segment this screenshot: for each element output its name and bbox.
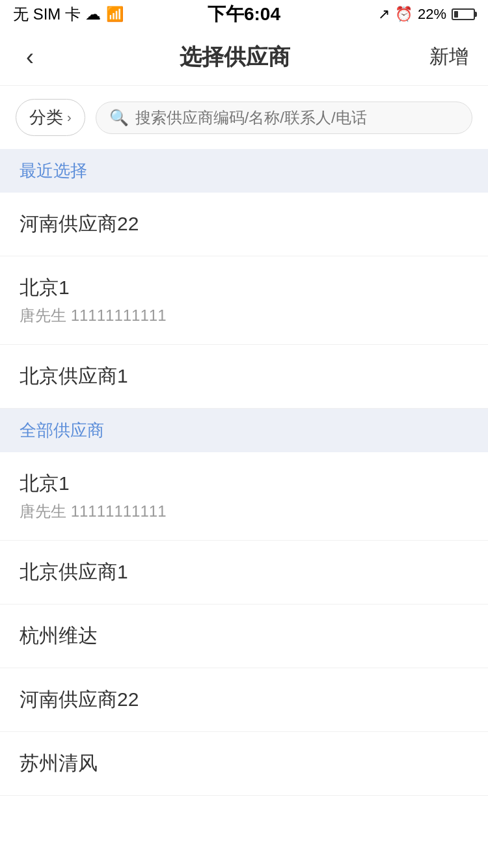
category-label: 分类 <box>29 106 63 129</box>
status-left: 无 SIM 卡 ☁ 📶 <box>13 4 124 25</box>
status-bar: 无 SIM 卡 ☁ 📶 下午6:04 ↗ ⏰ 22% <box>0 0 488 29</box>
search-icon: 🔍 <box>109 109 129 127</box>
new-button[interactable]: 新增 <box>429 44 468 70</box>
sim-status: 无 SIM 卡 ☁ <box>13 4 101 25</box>
recent-list: 河南供应商22北京1唐先生 11111111111北京供应商1 <box>0 193 488 409</box>
list-item[interactable]: 河南供应商22 <box>0 668 488 732</box>
all-list: 北京1唐先生 11111111111北京供应商1杭州维达河南供应商22苏州清风 <box>0 452 488 796</box>
list-item[interactable]: 杭州维达 <box>0 604 488 668</box>
status-right: ↗ ⏰ 22% <box>378 6 475 23</box>
item-name: 北京供应商1 <box>20 559 468 586</box>
location-icon: ↗ <box>378 6 390 23</box>
list-item[interactable]: 北京1唐先生 11111111111 <box>0 452 488 541</box>
item-sub: 唐先生 11111111111 <box>20 305 468 326</box>
item-name: 河南供应商22 <box>20 686 468 713</box>
list-item[interactable]: 北京供应商1 <box>0 541 488 604</box>
list-item[interactable]: 苏州清风 <box>0 732 488 796</box>
battery-icon <box>452 8 475 20</box>
recent-section-header: 最近选择 <box>0 149 488 193</box>
status-time: 下午6:04 <box>208 2 280 27</box>
back-button[interactable]: ‹ <box>20 37 40 77</box>
list-item[interactable]: 北京供应商1 <box>0 345 488 409</box>
battery-percentage: 22% <box>418 6 446 23</box>
page-title: 选择供应商 <box>180 42 290 72</box>
wifi-icon: 📶 <box>106 6 124 23</box>
list-item[interactable]: 河南供应商22 <box>0 193 488 256</box>
all-section-header: 全部供应商 <box>0 409 488 452</box>
filter-bar: 分类 › 🔍 <box>0 86 488 149</box>
item-name: 北京供应商1 <box>20 363 468 390</box>
navigation-bar: ‹ 选择供应商 新增 <box>0 29 488 86</box>
item-sub: 唐先生 11111111111 <box>20 501 468 522</box>
category-button[interactable]: 分类 › <box>16 99 85 136</box>
item-name: 苏州清风 <box>20 750 468 777</box>
item-name: 河南供应商22 <box>20 211 468 237</box>
list-item[interactable]: 北京1唐先生 11111111111 <box>0 256 488 345</box>
item-name: 北京1 <box>20 275 468 301</box>
item-name: 杭州维达 <box>20 623 468 649</box>
item-name: 北京1 <box>20 470 468 497</box>
search-wrapper[interactable]: 🔍 <box>96 102 472 134</box>
chevron-right-icon: › <box>67 110 72 125</box>
search-input[interactable] <box>135 109 459 127</box>
alarm-icon: ⏰ <box>395 6 413 23</box>
